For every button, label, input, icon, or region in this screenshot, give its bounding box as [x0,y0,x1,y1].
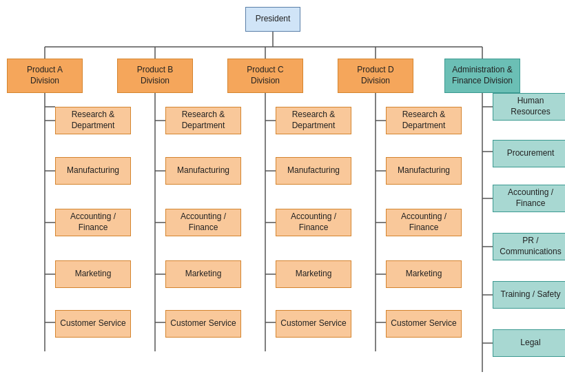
dept-prod-b-mkt: Marketing [165,260,241,288]
dept-prod-a-mkt: Marketing [55,260,131,288]
dept-prod-d-research: Research &Department [386,107,462,134]
division-prod-d: Product DDivision [338,59,413,93]
dept-prod-d-acct: Accounting /Finance [386,209,462,236]
dept-prod-b-cs: Customer Service [165,310,241,338]
dept-prod-c-mfg: Manufacturing [276,157,351,185]
dept-admin-training: Training / Safety [493,281,565,309]
dept-admin-pr: PR /Communications [493,233,565,260]
dept-admin-acct: Accounting /Finance [493,185,565,212]
dept-prod-c-cs: Customer Service [276,310,351,338]
dept-prod-a-mfg: Manufacturing [55,157,131,185]
division-prod-d-label: Product DDivision [357,65,393,86]
dept-prod-a-cs: Customer Service [55,310,131,338]
dept-prod-d-mfg: Manufacturing [386,157,462,185]
dept-prod-c-mkt: Marketing [276,260,351,288]
division-prod-b: Product BDivision [117,59,193,93]
dept-prod-d-mkt: Marketing [386,260,462,288]
dept-prod-b-research: Research &Department [165,107,241,134]
division-prod-c-label: Product CDivision [247,65,283,86]
president-node: President [245,7,300,32]
division-prod-a-label: Product ADivision [27,65,63,86]
dept-prod-b-mfg: Manufacturing [165,157,241,185]
dept-admin-hr: HumanResources [493,93,565,121]
division-admin: Administration &Finance Division [444,59,520,93]
dept-prod-a-research: Research &Department [55,107,131,134]
dept-prod-d-cs: Customer Service [386,310,462,338]
dept-prod-c-acct: Accounting /Finance [276,209,351,236]
dept-prod-b-acct: Accounting /Finance [165,209,241,236]
dept-admin-procurement: Procurement [493,140,565,167]
dept-admin-legal: Legal [493,329,565,357]
president-label: President [256,14,291,25]
division-prod-a: Product ADivision [7,59,83,93]
division-prod-b-label: Product BDivision [137,65,174,86]
division-prod-c: Product CDivision [227,59,303,93]
org-chart: President Product ADivision Product BDiv… [0,0,565,392]
dept-prod-a-acct: Accounting /Finance [55,209,131,236]
division-admin-label: Administration &Finance Division [452,65,513,86]
dept-prod-c-research: Research &Department [276,107,351,134]
